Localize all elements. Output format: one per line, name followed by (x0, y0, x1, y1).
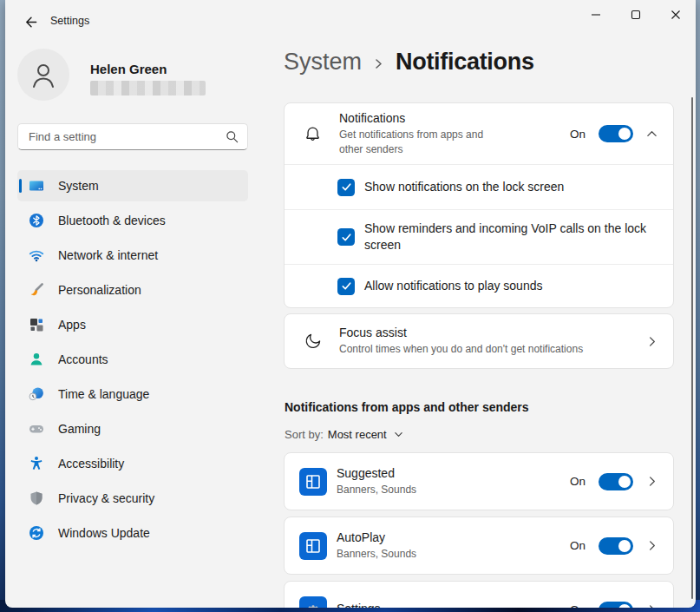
chevron-right-icon (646, 604, 657, 608)
sidebar-item-label: Time & language (58, 387, 149, 401)
clock-globe-icon (29, 386, 44, 402)
chevron-down-icon (394, 430, 403, 439)
notifications-controls: On (570, 125, 657, 142)
checkbox-checked[interactable] (337, 228, 355, 246)
sidebar-item-gaming[interactable]: Gaming (17, 413, 248, 444)
app-texts: Settings (337, 602, 381, 608)
sidebar-nav: System Bluetooth & devices (17, 170, 248, 552)
chevron-right-icon (646, 540, 657, 551)
sidebar-item-apps[interactable]: Apps (17, 309, 248, 340)
breadcrumb-parent[interactable]: System (284, 49, 362, 76)
sidebar-item-label: Personalization (58, 283, 141, 297)
sidebar-item-bluetooth-devices[interactable]: Bluetooth & devices (17, 205, 248, 236)
search-icon[interactable] (226, 130, 239, 143)
window-controls (576, 0, 696, 30)
checkbox-checked[interactable] (337, 278, 355, 295)
notifications-expander-row[interactable]: Notifications Get notifications from app… (285, 103, 673, 164)
app-row-autoplay[interactable]: AutoPlay Banners, Sounds On (284, 517, 674, 575)
app-name: AutoPlay (337, 530, 416, 544)
desktop: Settings (0, 0, 700, 612)
sidebar-item-label: Accounts (58, 352, 108, 366)
vertical-scrollbar[interactable] (691, 97, 693, 599)
breadcrumb: System Notifications (284, 49, 534, 76)
sidebar-item-time-language[interactable]: Time & language (17, 378, 248, 410)
app-detail: Banners, Sounds (337, 483, 416, 497)
checkbox-label: Allow notifications to play sounds (364, 278, 542, 294)
notifications-toggle[interactable] (599, 125, 633, 142)
user-profile[interactable]: Helen Green (17, 49, 206, 101)
focus-assist-subtitle: Control times when you do and don't get … (339, 342, 583, 357)
avatar (17, 49, 69, 101)
brush-icon (29, 282, 44, 298)
search-box (17, 123, 248, 150)
selected-indicator (19, 179, 22, 193)
maximize-button[interactable] (616, 0, 656, 30)
sidebar-item-accessibility[interactable]: Accessibility (17, 448, 248, 479)
toggle-state-label: On (570, 475, 586, 488)
sidebar-item-label: Bluetooth & devices (58, 214, 166, 227)
person-icon (29, 60, 58, 89)
focus-assist-title: Focus assist (339, 326, 583, 339)
display-icon (29, 178, 44, 194)
sidebar-item-label: Accessibility (58, 457, 124, 471)
sort-dropdown[interactable]: Sort by: Most recent (285, 428, 403, 441)
toggle-state-label: On (570, 603, 586, 608)
breadcrumb-current: Notifications (396, 49, 534, 76)
focus-assist-texts: Focus assist Control times when you do a… (339, 326, 583, 357)
breadcrumb-chevron-icon (373, 58, 384, 69)
moon-icon (303, 332, 323, 352)
close-button[interactable] (656, 0, 696, 30)
bell-icon (303, 124, 323, 144)
apps-icon (29, 317, 44, 332)
sidebar-item-label: System (58, 179, 99, 193)
app-tile-icon (299, 468, 327, 496)
app-toggle[interactable] (599, 473, 633, 490)
notifications-texts: Notifications Get notifications from app… (339, 111, 500, 157)
toggle-knob (618, 476, 631, 488)
notification-sounds-row[interactable]: Allow notifications to play sounds (285, 264, 673, 307)
notifications-subtitle: Get notifications from apps and other se… (339, 128, 500, 157)
apps-section-header: Notifications from apps and other sender… (285, 400, 529, 414)
sidebar-item-label: Apps (58, 318, 86, 332)
accounts-person-icon (29, 352, 44, 367)
minimize-button[interactable] (576, 0, 616, 30)
chevron-right-icon (646, 336, 657, 347)
sort-value: Most recent (328, 428, 387, 441)
sidebar-item-label: Privacy & security (58, 491, 154, 505)
sidebar-item-windows-update[interactable]: Windows Update (17, 517, 248, 549)
toggle-state-label: On (570, 539, 586, 552)
toggle-knob (618, 540, 631, 552)
app-texts: Suggested Banners, Sounds (337, 466, 416, 497)
minimize-icon (591, 10, 601, 20)
lock-screen-reminders-row[interactable]: Show reminders and incoming VoIP calls o… (285, 209, 673, 264)
wifi-icon (29, 247, 44, 263)
sidebar-item-personalization[interactable]: Personalization (17, 274, 248, 306)
sidebar-item-label: Gaming (58, 422, 101, 436)
sidebar-item-system[interactable]: System (17, 170, 248, 201)
search-input[interactable] (29, 130, 226, 143)
app-name: Settings (337, 602, 381, 608)
profile-texts: Helen Green (90, 49, 206, 101)
user-name: Helen Green (90, 62, 206, 76)
gamepad-icon (29, 421, 44, 437)
chevron-up-icon[interactable] (646, 128, 657, 140)
checkbox-checked[interactable] (337, 179, 355, 196)
back-arrow-icon (23, 15, 38, 30)
app-toggle[interactable] (599, 537, 633, 555)
sidebar-item-network-internet[interactable]: Network & internet (17, 240, 248, 271)
sidebar-item-privacy-security[interactable]: Privacy & security (17, 483, 248, 514)
app-row-suggested[interactable]: Suggested Banners, Sounds On (284, 452, 674, 510)
accessibility-icon (29, 456, 44, 471)
notifications-card: Notifications Get notifications from app… (284, 102, 674, 308)
chevron-right-icon (646, 476, 657, 487)
focus-assist-card[interactable]: Focus assist Control times when you do a… (284, 313, 674, 369)
sidebar-item-accounts[interactable]: Accounts (17, 344, 248, 375)
lock-screen-notifications-row[interactable]: Show notifications on the lock screen (285, 164, 673, 209)
back-button[interactable] (17, 10, 43, 34)
titlebar: Settings (5, 0, 696, 43)
app-tile-icon (299, 532, 327, 560)
app-row-settings[interactable]: Settings On (284, 581, 674, 608)
windows-update-icon (29, 525, 44, 541)
app-toggle[interactable] (599, 602, 633, 609)
maximize-icon (631, 10, 641, 20)
